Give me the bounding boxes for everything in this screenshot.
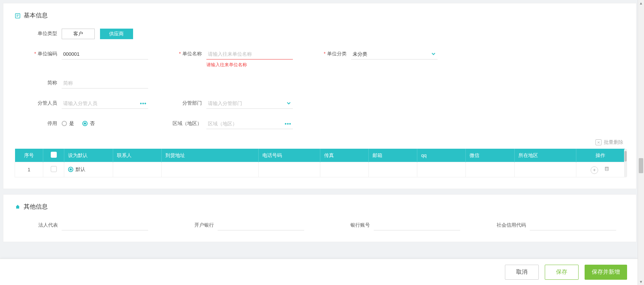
disabled-yes-radio[interactable]: 是	[62, 120, 74, 127]
unit-code-input[interactable]	[62, 49, 148, 59]
unit-type-supplier-button[interactable]: 供应商	[100, 29, 133, 39]
unit-category-label: *单位分类	[315, 49, 351, 57]
house-icon	[15, 204, 21, 210]
cell-wechat[interactable]	[466, 162, 514, 177]
batch-delete-button[interactable]: ✕ 批量删除	[15, 139, 623, 146]
batch-delete-icon: ✕	[596, 139, 602, 145]
other-info-title: 其他信息	[24, 203, 48, 211]
col-wechat: 微信	[466, 149, 514, 162]
col-check	[43, 149, 64, 162]
col-ops: 操作	[576, 149, 624, 162]
region-label: 区域（地区）	[171, 119, 206, 127]
batch-delete-label: 批量删除	[604, 139, 623, 146]
disabled-label: 停用	[26, 119, 62, 127]
cell-qq[interactable]	[417, 162, 466, 177]
cell-seq: 1	[15, 162, 43, 177]
short-label: 简称	[26, 78, 62, 86]
cell-fax[interactable]	[320, 162, 369, 177]
region-input[interactable]	[206, 119, 293, 129]
svg-rect-3	[605, 168, 608, 171]
cell-phone[interactable]	[258, 162, 320, 177]
unit-type-label: 单位类型	[26, 29, 62, 37]
col-contact: 联系人	[113, 149, 161, 162]
table-row: 1 默认	[15, 162, 625, 177]
disabled-yes-label: 是	[69, 120, 74, 127]
col-email: 邮箱	[369, 149, 417, 162]
col-fax: 传真	[320, 149, 369, 162]
other-info-header: 其他信息	[15, 203, 625, 211]
bank-input[interactable]	[218, 220, 304, 230]
disabled-no-radio[interactable]: 否	[82, 120, 95, 127]
legal-input[interactable]	[62, 220, 148, 230]
unit-name-input[interactable]	[206, 49, 293, 59]
page-content: 基本信息 单位类型 客户 供应商 *单位编码 *单位名称	[3, 3, 636, 251]
col-area: 所在地区	[514, 149, 576, 162]
col-seq: 序号	[15, 149, 43, 162]
col-qq: qq	[417, 149, 466, 162]
default-label: 默认	[76, 166, 85, 173]
table-scroll-thumb[interactable]	[624, 151, 627, 162]
other-info-panel: 其他信息 法人代表 开户银行 银行账号 社会信用代码	[3, 194, 636, 242]
credit-label: 社会信用代码	[494, 222, 530, 229]
unit-name-error: 请输入往来单位名称	[206, 62, 293, 68]
basic-info-panel: 基本信息 单位类型 客户 供应商 *单位编码 *单位名称	[3, 3, 636, 189]
scroll-up-icon[interactable]: ▲	[638, 0, 644, 6]
disabled-no-label: 否	[90, 120, 95, 127]
row-checkbox[interactable]	[51, 166, 57, 172]
col-address: 到货地址	[161, 149, 258, 162]
manager-label: 分管人员	[26, 98, 62, 107]
window-scrollbar[interactable]: ▲ ▼	[638, 0, 644, 285]
short-input[interactable]	[62, 78, 148, 88]
delete-row-button[interactable]	[603, 165, 610, 172]
acct-label: 银行账号	[338, 222, 374, 229]
cell-area[interactable]	[514, 162, 576, 177]
cell-address[interactable]	[161, 162, 258, 177]
form-icon	[15, 13, 21, 19]
manager-input[interactable]	[62, 98, 148, 109]
save-and-new-button[interactable]: 保存并新增	[585, 265, 627, 280]
col-phone: 电话号码	[258, 149, 320, 162]
acct-input[interactable]	[374, 220, 460, 230]
cell-email[interactable]	[369, 162, 417, 177]
table-scrollbar[interactable]	[624, 149, 627, 177]
cell-contact[interactable]	[113, 162, 161, 177]
unit-category-select[interactable]	[351, 49, 438, 59]
cancel-button[interactable]: 取消	[505, 265, 539, 280]
unit-type-customer-button[interactable]: 客户	[62, 29, 95, 39]
bank-label: 开户银行	[182, 222, 218, 229]
save-button[interactable]: 保存	[545, 265, 579, 280]
col-set-default: 设为默认	[64, 149, 113, 162]
header-checkbox[interactable]	[51, 152, 57, 158]
dept-label: 分管部门	[171, 98, 206, 107]
scroll-thumb[interactable]	[639, 158, 643, 173]
footer-bar: 取消 保存 保存并新增	[0, 259, 638, 285]
unit-code-label: *单位编码	[26, 49, 62, 57]
scroll-down-icon[interactable]: ▼	[638, 279, 644, 285]
add-row-button[interactable]: ＋	[591, 166, 598, 174]
legal-label: 法人代表	[26, 222, 62, 229]
dept-input[interactable]	[206, 98, 293, 109]
set-default-radio[interactable]: 默认	[68, 166, 85, 173]
svg-rect-0	[15, 14, 20, 18]
basic-info-header: 基本信息	[15, 12, 625, 20]
unit-name-label: *单位名称	[171, 49, 206, 57]
contacts-table: 序号 设为默认 联系人 到货地址 电话号码 传真 邮箱 qq 微信 所在地区 操…	[15, 149, 625, 177]
credit-input[interactable]	[530, 220, 616, 230]
table-header-row: 序号 设为默认 联系人 到货地址 电话号码 传真 邮箱 qq 微信 所在地区 操…	[15, 149, 625, 162]
basic-info-title: 基本信息	[24, 12, 48, 20]
svg-marker-7	[16, 205, 20, 209]
